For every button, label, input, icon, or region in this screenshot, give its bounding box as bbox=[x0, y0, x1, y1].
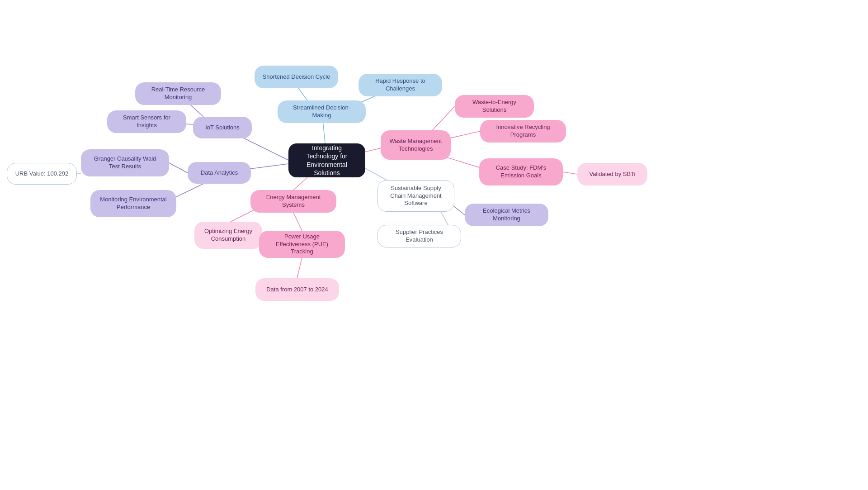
granger-node[interactable]: Granger Causality Wald Test Results bbox=[81, 149, 169, 176]
iot-solutions-node[interactable]: IoT Solutions bbox=[193, 117, 252, 138]
granger-label: Granger Causality Wald Test Results bbox=[88, 155, 162, 171]
pue-tracking-label: Power Usage Effectiveness (PUE) Tracking bbox=[266, 233, 338, 256]
case-study-label: Case Study: FDM's Emission Goals bbox=[486, 164, 556, 180]
svg-line-1 bbox=[298, 88, 307, 100]
rapid-response-node[interactable]: Rapid Response to Challenges bbox=[359, 74, 442, 96]
streamlined-decision-node[interactable]: Streamlined Decision-Making bbox=[278, 100, 366, 123]
energy-mgmt-label: Energy Management Systems bbox=[258, 194, 329, 209]
smart-sensors-node[interactable]: Smart Sensors for Insights bbox=[107, 110, 186, 133]
optimizing-energy-node[interactable]: Optimizing Energy Consumption bbox=[194, 222, 262, 249]
iot-solutions-label: IoT Solutions bbox=[205, 124, 240, 132]
center-label: Integrating Technology for Environmental… bbox=[296, 144, 358, 177]
urb-value-node: URB Value: 100.292 bbox=[7, 163, 77, 185]
data-analytics-label: Data Analytics bbox=[201, 169, 238, 177]
case-study-node[interactable]: Case Study: FDM's Emission Goals bbox=[479, 158, 563, 186]
svg-line-12 bbox=[293, 213, 302, 231]
monitoring-env-label: Monitoring Environmental Performance bbox=[98, 196, 169, 211]
smart-sensors-label: Smart Sensors for Insights bbox=[114, 114, 179, 129]
waste-energy-node[interactable]: Waste-to-Energy Solutions bbox=[455, 95, 534, 118]
supplier-practices-label: Supplier Practices Evaluation bbox=[385, 228, 453, 244]
validated-sbti-label: Validated by SBTi bbox=[590, 171, 636, 178]
real-time-node[interactable]: Real-Time Resource Monitoring bbox=[135, 82, 221, 105]
streamlined-label: Streamlined Decision-Making bbox=[285, 104, 359, 119]
shortened-decision-label: Shortened Decision Cycle bbox=[263, 73, 330, 81]
innovative-recycling-label: Innovative Recycling Programs bbox=[487, 124, 559, 139]
center-node: Integrating Technology for Environmental… bbox=[288, 143, 365, 177]
svg-line-9 bbox=[176, 184, 203, 197]
ecological-metrics-node[interactable]: Ecological Metrics Monitoring bbox=[465, 204, 548, 226]
svg-line-13 bbox=[297, 258, 302, 278]
ecological-metrics-label: Ecological Metrics Monitoring bbox=[472, 207, 541, 223]
waste-mgmt-label: Waste Management Technologies bbox=[388, 138, 443, 153]
data-2007-node[interactable]: Data from 2007 to 2024 bbox=[255, 278, 339, 301]
supply-chain-label: Sustainable Supply Chain Management Soft… bbox=[385, 185, 447, 208]
supplier-practices-node[interactable]: Supplier Practices Evaluation bbox=[377, 225, 461, 247]
svg-line-7 bbox=[169, 163, 188, 173]
rapid-response-label: Rapid Response to Challenges bbox=[366, 77, 435, 93]
data-2007-label: Data from 2007 to 2024 bbox=[266, 286, 328, 294]
monitoring-env-node[interactable]: Monitoring Environmental Performance bbox=[90, 190, 176, 217]
innovative-recycling-node[interactable]: Innovative Recycling Programs bbox=[480, 120, 566, 143]
energy-mgmt-node[interactable]: Energy Management Systems bbox=[250, 190, 336, 213]
waste-mgmt-node[interactable]: Waste Management Technologies bbox=[381, 130, 451, 160]
svg-line-10 bbox=[293, 177, 307, 190]
supply-chain-node[interactable]: Sustainable Supply Chain Management Soft… bbox=[377, 180, 454, 212]
validated-sbti-node[interactable]: Validated by SBTi bbox=[577, 163, 647, 186]
svg-line-18 bbox=[563, 172, 577, 174]
waste-energy-label: Waste-to-Energy Solutions bbox=[462, 99, 527, 114]
urb-value-label: URB Value: 100.292 bbox=[15, 170, 69, 178]
pue-tracking-node[interactable]: Power Usage Effectiveness (PUE) Tracking bbox=[259, 231, 345, 258]
shortened-decision-node[interactable]: Shortened Decision Cycle bbox=[255, 66, 338, 88]
optimizing-energy-label: Optimizing Energy Consumption bbox=[202, 228, 255, 243]
real-time-label: Real-Time Resource Monitoring bbox=[142, 86, 214, 101]
data-analytics-node[interactable]: Data Analytics bbox=[188, 162, 251, 184]
